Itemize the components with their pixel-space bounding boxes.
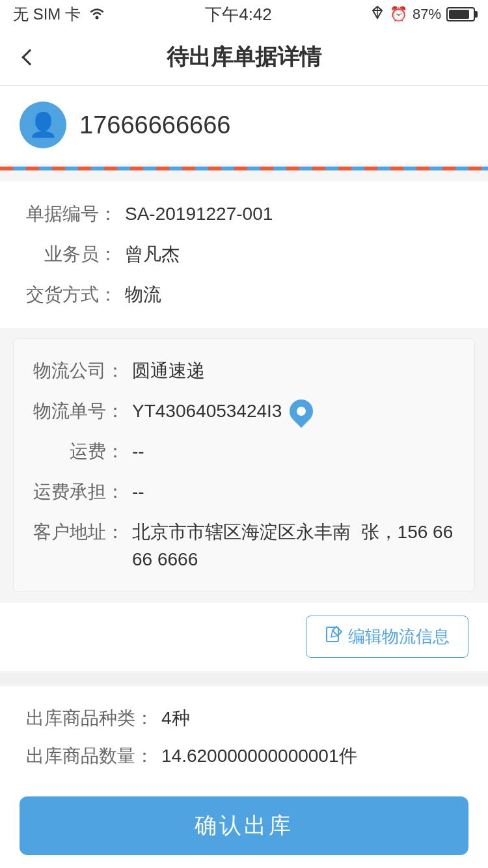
carrier-text: 无 SIM 卡: [13, 4, 81, 25]
order-number-value: SA-20191227-001: [125, 200, 462, 228]
logistics-company-label: 物流公司：: [33, 357, 124, 385]
status-time: 下午4:42: [205, 3, 272, 26]
logistics-company-row: 物流公司： 圆通速递: [33, 357, 455, 385]
nav-bar: 待出库单据详情: [0, 29, 488, 86]
product-type-label: 出库商品种类：: [26, 706, 154, 731]
decorative-divider: [0, 167, 488, 170]
battery-percent: 87%: [413, 6, 441, 23]
page-title: 待出库单据详情: [167, 42, 321, 72]
location-icon: [370, 5, 385, 23]
status-right: ⏰ 87%: [370, 5, 475, 23]
product-quantity-label: 出库商品数量：: [26, 744, 154, 768]
wifi-icon: [87, 5, 107, 23]
product-quantity-row: 出库商品数量： 14.620000000000001件: [26, 744, 462, 768]
product-quantity-value: 14.620000000000001件: [161, 744, 357, 768]
product-type-value: 4种: [161, 706, 190, 731]
address-value: 北京市市辖区海淀区永丰南 张，156 6666 6666: [132, 519, 455, 573]
freight-bear-label: 运费承担：: [33, 478, 124, 506]
delivery-method-row: 交货方式： 物流: [26, 281, 462, 308]
delivery-method-label: 交货方式：: [26, 281, 117, 308]
order-number-label: 单据编号：: [26, 200, 117, 228]
battery-icon: [446, 7, 475, 21]
avatar: 👤: [20, 102, 66, 148]
tracking-location-icon[interactable]: [285, 395, 318, 428]
address-row: 客户地址： 北京市市辖区海淀区永丰南 张，156 6666 6666: [33, 519, 455, 573]
tracking-row: 物流单号： YT43064053424I3: [33, 398, 455, 425]
svg-point-0: [96, 16, 99, 20]
edit-logistics-button[interactable]: 编辑物流信息: [306, 616, 468, 658]
delivery-method-value: 物流: [125, 281, 462, 308]
back-button[interactable]: [16, 43, 44, 72]
alarm-icon: ⏰: [390, 6, 407, 23]
freight-row: 运费： --: [33, 438, 455, 465]
tracking-value: YT43064053424I3: [132, 398, 455, 425]
edit-icon: [325, 625, 343, 648]
order-info-card: 单据编号： SA-20191227-001 业务员： 曾凡杰 交货方式： 物流: [0, 181, 488, 328]
customer-header: 👤 17666666666: [0, 86, 488, 164]
logistics-company-value: 圆通速递: [132, 357, 455, 385]
freight-bear-row: 运费承担： --: [33, 478, 455, 506]
address-label: 客户地址：: [33, 519, 124, 546]
sales-person-label: 业务员：: [26, 241, 117, 268]
edit-logistics-row: 编辑物流信息: [0, 603, 488, 671]
person-icon: 👤: [29, 111, 58, 139]
product-type-row: 出库商品种类： 4种: [26, 706, 462, 731]
section-divider: [0, 673, 488, 684]
status-left: 无 SIM 卡: [13, 4, 107, 25]
back-arrow-icon: [21, 49, 38, 65]
order-number-row: 单据编号： SA-20191227-001: [26, 200, 462, 228]
tracking-label: 物流单号：: [33, 398, 124, 425]
logistics-card: 物流公司： 圆通速递 物流单号： YT43064053424I3 运费： -- …: [13, 338, 475, 592]
customer-phone: 17666666666: [79, 111, 230, 139]
status-bar: 无 SIM 卡 下午4:42 ⏰ 87%: [0, 0, 488, 29]
freight-value: --: [132, 438, 455, 465]
freight-label: 运费：: [33, 438, 124, 465]
freight-bear-value: --: [132, 478, 455, 506]
confirm-button-container: 确认出库: [0, 783, 488, 868]
confirm-outbound-button[interactable]: 确认出库: [20, 796, 468, 855]
summary-card: 出库商品种类： 4种 出库商品数量： 14.620000000000001件: [0, 686, 488, 788]
sales-person-row: 业务员： 曾凡杰: [26, 241, 462, 268]
sales-person-value: 曾凡杰: [125, 241, 462, 268]
edit-logistics-label: 编辑物流信息: [348, 625, 450, 648]
